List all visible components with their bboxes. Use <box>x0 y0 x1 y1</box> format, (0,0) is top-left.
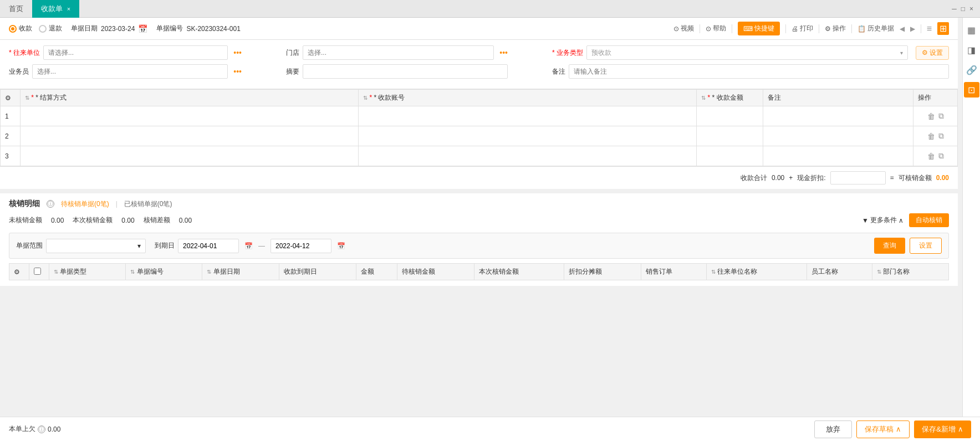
bottom-table-container: ⚙ ⇅ 单据类型 ⇅ 单据编号 <box>9 263 949 280</box>
delete-icon-1[interactable]: 🗑 <box>927 112 935 121</box>
minimize-icon[interactable]: ─ <box>952 5 957 13</box>
staff-input[interactable] <box>32 64 228 79</box>
sidebar-table-icon[interactable]: ▦ <box>964 22 979 38</box>
tab-close-icon[interactable]: × <box>67 6 70 12</box>
due-date-end[interactable] <box>270 239 331 253</box>
radio-collection[interactable]: 收款 <box>9 24 32 33</box>
tab-pending[interactable]: 待核销单据(0笔) <box>61 199 109 209</box>
verify-info-icon[interactable]: ⓘ <box>47 200 54 208</box>
copy-icon-3[interactable]: ⧉ <box>938 151 944 161</box>
calendar-start-icon[interactable]: 📅 <box>244 242 253 250</box>
summary-field: 摘要 <box>286 64 508 79</box>
save-new-arrow-icon: ∧ <box>958 425 963 433</box>
calendar-end-icon[interactable]: 📅 <box>337 242 345 250</box>
shortcut-button[interactable]: ⌨ 快捷键 <box>738 22 780 35</box>
bottom-info-icon[interactable]: ⓘ <box>38 425 45 433</box>
content-area: 收款 退款 单据日期 2023-03-24 📅 单据编号 SK-20230324… <box>0 18 958 434</box>
discard-button[interactable]: 放弃 <box>814 421 852 438</box>
cell-note-2[interactable] <box>763 126 913 146</box>
more-conditions-button[interactable]: ▼ 更多条件 ∧ <box>862 216 904 225</box>
col-discount-header: 折扣分摊额 <box>564 264 641 280</box>
calendar-icon[interactable]: 📅 <box>138 24 147 33</box>
cell-account-2[interactable] <box>359 126 697 146</box>
verify-actions: ▼ 更多条件 ∧ 自动核销 <box>862 213 949 227</box>
save-new-button[interactable]: 保存&新增 ∧ <box>914 421 971 438</box>
print-icon: 🖨 <box>792 25 798 33</box>
bottom-gear-header[interactable]: ⚙ <box>9 264 29 280</box>
right-sidebar: ▦ ◨ 🔗 ⊡ <box>962 18 980 417</box>
cell-settlement-3[interactable] <box>21 146 359 166</box>
select-all-checkbox[interactable] <box>34 268 41 275</box>
cell-action-3: 🗑 ⧉ <box>913 146 958 166</box>
help-icon: ⊙ <box>706 25 711 33</box>
delete-icon-3[interactable]: 🗑 <box>927 152 935 161</box>
due-date-field: 到期日 📅 — 📅 <box>155 239 345 253</box>
print-link[interactable]: 🖨 打印 <box>792 24 813 33</box>
col-pending-header: 待核销金额 <box>397 264 474 280</box>
next-icon[interactable]: ▶ <box>910 25 915 33</box>
divider <box>819 24 819 33</box>
radio-refund[interactable]: 退款 <box>39 24 62 33</box>
prev-icon[interactable]: ◀ <box>900 25 905 33</box>
summary-input[interactable] <box>303 64 508 79</box>
table-gear-header[interactable]: ⚙ <box>1 90 21 106</box>
save-draft-button[interactable]: 保存草稿 ∧ <box>856 421 910 438</box>
cell-settlement-1[interactable] <box>21 106 359 126</box>
store-more-icon[interactable]: ••• <box>499 48 508 57</box>
col-action-header: 操作 <box>913 90 958 106</box>
store-field: 门店 ••• <box>286 45 508 60</box>
cell-note-1[interactable] <box>763 106 913 126</box>
counterpart-input[interactable] <box>43 45 228 60</box>
history-link[interactable]: 📋 历史单据 <box>858 24 894 33</box>
maximize-icon[interactable]: □ <box>961 5 965 13</box>
delete-icon-2[interactable]: 🗑 <box>927 132 935 141</box>
number-field: 单据编号 SK-20230324-001 <box>156 24 240 33</box>
filter-settings-button[interactable]: 设置 <box>910 238 942 254</box>
video-link[interactable]: ⊙ 视频 <box>673 24 694 33</box>
sidebar-panel-icon[interactable]: ◨ <box>964 42 979 58</box>
close-icon[interactable]: × <box>969 5 973 13</box>
help-link[interactable]: ⊙ 帮助 <box>706 24 726 33</box>
copy-icon-2[interactable]: ⧉ <box>938 131 944 141</box>
sidebar-edit-icon[interactable]: ⊡ <box>964 82 979 98</box>
grid-view-icon[interactable]: ⊞ <box>937 22 949 35</box>
dropdown-arrow-icon: ▾ <box>900 50 903 56</box>
list-view-icon[interactable]: ≡ <box>927 24 932 34</box>
auto-verify-button[interactable]: 自动核销 <box>909 213 949 227</box>
filter-row: 单据范围 ▾ 到期日 📅 — 📅 查询 设置 <box>9 233 949 259</box>
cell-amount-3[interactable] <box>697 146 763 166</box>
note-input[interactable] <box>569 64 949 79</box>
cell-amount-2[interactable] <box>697 126 763 146</box>
cell-account-3[interactable] <box>359 146 697 166</box>
operation-link[interactable]: ⚙ 操作 <box>825 24 846 33</box>
bill-range-select[interactable]: ▾ <box>46 239 146 253</box>
staff-more-icon[interactable]: ••• <box>233 67 242 76</box>
store-input[interactable] <box>303 45 494 60</box>
business-type-select[interactable]: 预收款 ▾ <box>586 45 908 60</box>
cell-amount-1[interactable] <box>697 106 763 126</box>
cell-account-1[interactable] <box>359 106 697 126</box>
query-button[interactable]: 查询 <box>874 238 905 254</box>
counterpart-more-icon[interactable]: ••• <box>233 48 242 57</box>
tab-done[interactable]: 已核销单据(0笔) <box>124 199 172 209</box>
discount-input[interactable] <box>830 171 886 184</box>
toolbar: 收款 退款 单据日期 2023-03-24 📅 单据编号 SK-20230324… <box>0 18 958 40</box>
checkbox-col <box>29 264 49 280</box>
sidebar-link-icon[interactable]: 🔗 <box>964 62 979 78</box>
cell-settlement-2[interactable] <box>21 126 359 146</box>
window-controls: ─ □ × <box>952 5 980 13</box>
main-form: * 往来单位 ••• 门店 ••• * 业务类型 预收款 ▾ ⚙ 设置 <box>0 40 958 89</box>
tab-collection[interactable]: 收款单 × <box>32 0 79 18</box>
select-arrow-icon: ▾ <box>137 242 141 250</box>
due-date-start[interactable] <box>178 239 239 253</box>
divider <box>700 24 700 33</box>
settings-button[interactable]: ⚙ 设置 <box>916 46 949 60</box>
form-row-2: 业务员 ••• 摘要 备注 <box>9 64 949 79</box>
copy-icon-1[interactable]: ⧉ <box>938 111 944 121</box>
tab-home[interactable]: 首页 <box>0 0 32 18</box>
cell-note-3[interactable] <box>763 146 913 166</box>
form-row-1: * 往来单位 ••• 门店 ••• * 业务类型 预收款 ▾ ⚙ 设置 <box>9 45 949 60</box>
counterpart-field: * 往来单位 ••• <box>9 45 242 60</box>
video-icon: ⊙ <box>673 25 679 33</box>
col-settlement-header: ⇅ * * 结算方式 <box>21 90 359 106</box>
